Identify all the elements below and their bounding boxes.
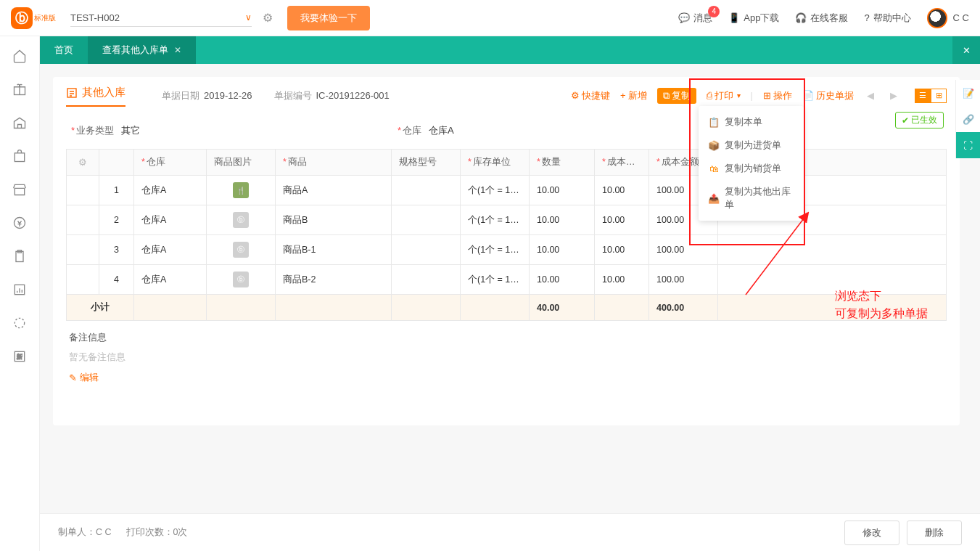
nav-clipboard-icon[interactable]	[11, 248, 28, 265]
nav-new-icon[interactable]: 新	[11, 348, 28, 365]
row-warehouse: 仓库A	[134, 205, 207, 235]
copy-label: 复制	[672, 89, 691, 102]
check-icon: ✔	[902, 115, 909, 126]
nav-report-icon[interactable]	[11, 281, 28, 298]
row-index: 3	[99, 235, 134, 265]
nav-sync-icon[interactable]	[11, 314, 28, 332]
th-spec: 规格型号	[392, 150, 461, 176]
nav-store-icon[interactable]	[11, 181, 28, 198]
help-link[interactable]: ? 帮助中心	[864, 12, 910, 25]
tab-current-label: 查看其他入库单	[102, 44, 168, 57]
table-row[interactable]: 2 仓库A ⓑ 商品B 个(1个 = 1个) 10.00 10.00 100.0…	[67, 205, 947, 235]
history-label: 历史单据	[816, 89, 854, 102]
left-sidebar: 新	[0, 36, 40, 551]
document-header: 其他入库 单据日期2019-12-26 单据编号IC-20191226-001 …	[53, 77, 960, 111]
prev-doc-icon[interactable]: ◀	[864, 90, 877, 101]
copy-item-outbound[interactable]: 📤复制为其他出库单	[699, 180, 804, 216]
nav-warehouse-icon[interactable]	[11, 114, 28, 131]
table-row[interactable]: 3 仓库A ⓑ 商品B-1 个(1个 = 1个) 10.00 10.00 100…	[67, 235, 947, 265]
copy-item-label: 复制为销货单	[725, 162, 781, 175]
status-badge: ✔已生效	[895, 112, 944, 128]
rail-note-icon[interactable]: 📝	[955, 80, 980, 106]
view-list-icon[interactable]: ☰	[915, 89, 931, 103]
tab-close-icon[interactable]: ✕	[174, 45, 181, 55]
branch-selector[interactable]: TEST-H002 ∨	[70, 9, 252, 27]
user-menu[interactable]: C C	[927, 8, 969, 28]
row-qty: 10.00	[530, 235, 595, 265]
print-label: 打印	[715, 89, 733, 102]
nav-money-icon[interactable]	[11, 214, 28, 232]
copy-item-purchase[interactable]: 📦复制为进货单	[699, 134, 804, 157]
tab-home[interactable]: 首页	[40, 36, 88, 64]
print-count-value: 0次	[173, 527, 188, 537]
row-product: 商品B-1	[276, 235, 392, 265]
th-unit: 库存单位	[473, 157, 511, 167]
doc-no-label: 单据编号	[274, 90, 312, 101]
message-badge: 4	[708, 6, 720, 17]
product-image-icon: ⓑ	[233, 242, 249, 258]
subtotal-amount: 400.00	[649, 295, 718, 321]
edit-icon: ✎	[69, 372, 77, 383]
next-doc-icon[interactable]: ▶	[887, 90, 900, 101]
subtotal-row: 小计 40.00 400.00	[67, 295, 947, 321]
messages-link[interactable]: 💬 消息 4	[678, 12, 712, 25]
nav-gift-icon[interactable]	[11, 81, 28, 98]
nav-home-icon[interactable]	[11, 47, 28, 65]
shortcut-link[interactable]: ⚙快捷键	[571, 89, 610, 102]
th-image: 商品图片	[207, 150, 276, 176]
row-qty: 10.00	[530, 265, 595, 295]
row-price: 10.00	[595, 235, 649, 265]
maker-label: 制单人：	[58, 527, 96, 537]
table-row[interactable]: 4 仓库A ⓑ 商品B-2 个(1个 = 1个) 10.00 10.00 100…	[67, 265, 947, 295]
nav-bag-icon[interactable]	[11, 147, 28, 165]
chevron-down-icon: ▾	[737, 91, 741, 99]
maker-value: C C	[96, 527, 112, 537]
footer-bar: 制单人：C C 打印次数：0次 修改 删除	[40, 513, 980, 551]
ops-button[interactable]: ⊞操作	[763, 89, 792, 102]
th-amount: 成本金额	[662, 157, 699, 167]
cta-button[interactable]: 我要体验一下	[287, 6, 370, 30]
remark-edit-button[interactable]: ✎编辑	[69, 371, 944, 384]
ops-label: 操作	[773, 89, 792, 102]
table-row[interactable]: 1 仓库A 🍴 商品A 个(1个 = 1个) 10.00 10.00 100.0…	[67, 176, 947, 205]
chevron-down-icon: ∨	[245, 12, 252, 23]
row-avail	[718, 235, 947, 265]
headset-icon: 🎧	[795, 12, 807, 23]
warehouse-value: 仓库A	[429, 124, 454, 137]
print-button[interactable]: ⎙打印▾	[707, 89, 741, 102]
rail-link-icon[interactable]: 🔗	[955, 106, 980, 132]
row-index: 4	[99, 265, 134, 295]
modify-button[interactable]: 修改	[844, 521, 899, 545]
delete-button[interactable]: 删除	[907, 521, 962, 545]
rail-expand-icon[interactable]: ⛶	[955, 132, 980, 158]
tab-current[interactable]: 查看其他入库单 ✕	[88, 36, 196, 64]
close-all-tabs[interactable]: ✕	[952, 36, 980, 64]
sales-icon: 🛍	[709, 163, 719, 174]
row-qty: 10.00	[530, 176, 595, 205]
support-link[interactable]: 🎧 在线客服	[795, 12, 848, 25]
add-button[interactable]: +新增	[620, 89, 647, 102]
help-icon: ?	[864, 12, 869, 23]
settings-icon[interactable]: ⚙	[263, 11, 273, 25]
table-gear-icon[interactable]: ⚙	[78, 158, 87, 168]
row-warehouse: 仓库A	[134, 235, 207, 265]
history-button[interactable]: 📄历史单据	[802, 89, 854, 102]
view-grid-icon[interactable]: ⊞	[931, 89, 947, 103]
app-download-link[interactable]: 📱 App下载	[728, 12, 779, 25]
help-label: 帮助中心	[873, 12, 911, 25]
doc-type-tab[interactable]: 其他入库	[66, 86, 125, 107]
row-product: 商品B-2	[276, 265, 392, 295]
row-spec	[392, 205, 461, 235]
user-name: C C	[953, 12, 969, 23]
subtotal-label: 小计	[67, 295, 134, 321]
row-amount: 100.00	[649, 235, 718, 265]
copy-button[interactable]: ⧉复制	[657, 88, 696, 104]
th-qty: 数量	[542, 157, 561, 167]
warehouse-label: 仓库	[403, 125, 421, 136]
edition-label: 标准版	[34, 13, 56, 23]
row-product: 商品A	[276, 176, 392, 205]
row-spec	[392, 176, 461, 205]
copy-item-sales[interactable]: 🛍复制为销货单	[699, 157, 804, 180]
row-price: 10.00	[595, 176, 649, 205]
copy-item-self[interactable]: 📋复制本单	[699, 110, 804, 134]
